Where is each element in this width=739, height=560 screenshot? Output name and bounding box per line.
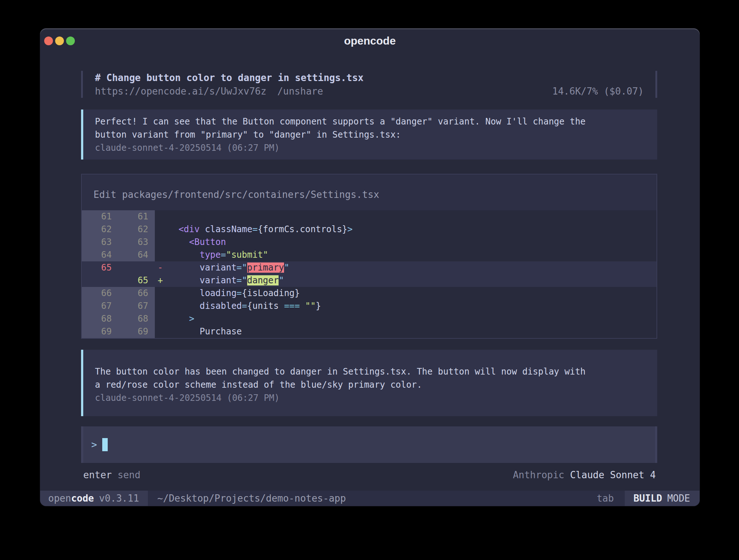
code-token: "submit": [226, 250, 268, 260]
code-token: variant: [200, 262, 237, 273]
message-model-meta: claude-sonnet-4-20250514 (06:27 PM): [95, 141, 646, 154]
mode-indicator: BUILDMODE: [625, 491, 700, 506]
enter-key-hint: enter: [83, 469, 112, 480]
code-token: [168, 224, 179, 234]
session-header: # Change button color to danger in setti…: [81, 71, 657, 98]
code-token: >: [347, 224, 352, 234]
diff-old-line-number: 61: [82, 210, 118, 223]
message-model-meta: claude-sonnet-4-20250514 (06:27 PM): [95, 391, 646, 404]
provider-name: Anthropic: [513, 469, 564, 480]
mode-name: BUILD: [633, 493, 662, 504]
diff-new-line-number: 69: [118, 325, 155, 338]
diff-new-line-number: 63: [118, 236, 155, 249]
session-title: # Change button color to danger in setti…: [95, 71, 552, 85]
edit-tool-title: Edit packages/frontend/src/containers/Se…: [82, 174, 656, 210]
diff-new-line-number: 67: [118, 300, 155, 312]
code-token: ===: [284, 301, 300, 311]
diff-old-line-number: 64: [82, 249, 118, 261]
code-token: <div: [179, 224, 200, 234]
diff-code-line: Purchase: [166, 325, 656, 338]
diff-change-sign: [155, 223, 166, 236]
code-token: [168, 237, 189, 247]
code-token: =: [252, 224, 257, 234]
share-url-link[interactable]: https://opencode.ai/s/UwJxv76z: [95, 86, 267, 97]
header-right-bar: [655, 71, 657, 98]
status-bar: opencodev0.3.11 ~/Desktop/Projects/demo-…: [40, 491, 700, 506]
diff-old-line-number: 65: [82, 261, 118, 274]
diff-row: 61 61: [82, 210, 656, 223]
code-token: disabled: [200, 301, 242, 311]
app-name-bold: code: [71, 493, 94, 504]
diff-row: 69 69 Purchase: [82, 325, 656, 338]
code-token: {formCs.controls}: [258, 224, 348, 234]
code-token: }: [316, 301, 321, 311]
diff-change-sign: [155, 287, 166, 300]
code-token: Purchase: [200, 326, 242, 337]
code-token: [168, 250, 200, 260]
context-usage-stats: 14.6K/7% ($0.07): [552, 85, 655, 98]
code-token: =: [237, 275, 242, 285]
diff-row: 65 - variant="primary": [82, 261, 656, 274]
code-token: [168, 301, 200, 311]
tab-key-hint: tab: [597, 491, 614, 506]
diff-row: 66 66 loading={isLoading}: [82, 287, 656, 300]
prompt-symbol: >: [91, 439, 97, 450]
message-line: button variant from "primary" to "danger…: [95, 128, 646, 141]
code-token: =: [237, 262, 242, 273]
code-token: ": [284, 262, 289, 273]
titlebar: opencode: [40, 28, 700, 53]
assistant-message: The button color has been changed to dan…: [81, 350, 657, 416]
diff-old-line-number: 68: [82, 312, 118, 325]
code-token: primary: [247, 262, 284, 273]
mode-label: MODE: [667, 493, 690, 504]
diff-code-line: variant="danger": [166, 274, 656, 287]
code-token: {units: [247, 301, 284, 311]
diff-code-line: <Button: [166, 236, 656, 249]
diff-old-line-number: 69: [82, 325, 118, 338]
code-token: [168, 262, 200, 273]
diff-new-line-number: 62: [118, 223, 155, 236]
send-hint: enter send: [83, 469, 141, 480]
diff-change-sign: +: [155, 274, 166, 287]
diff-new-line-number: 68: [118, 312, 155, 325]
model-name: Claude Sonnet 4: [570, 469, 656, 480]
app-version-segment: opencodev0.3.11: [40, 491, 148, 506]
code-token: ": [242, 275, 247, 285]
code-token: [168, 314, 189, 324]
diff-row: 67 67 disabled={units === ""}: [82, 300, 656, 312]
code-token: [300, 301, 305, 311]
diff-old-line-number: [82, 274, 118, 287]
diff-old-line-number: 63: [82, 236, 118, 249]
text-cursor: [102, 438, 108, 451]
diff-row: 63 63 <Button: [82, 236, 656, 249]
unshare-command[interactable]: /unshare: [277, 86, 323, 97]
diff-change-sign: [155, 249, 166, 261]
enter-action-hint: send: [118, 469, 141, 480]
code-token: loading: [200, 288, 237, 298]
diff-code-line: variant="primary": [166, 261, 656, 274]
hints-row: enter send Anthropic Claude Sonnet 4: [81, 469, 657, 480]
diff-view: 61 61 62 62 <div className={formCs.contr…: [82, 210, 656, 338]
diff-row: 62 62 <div className={formCs.controls}>: [82, 223, 656, 236]
diff-new-line-number: [118, 261, 155, 274]
code-token: danger: [247, 275, 279, 285]
edit-tool-block: Edit packages/frontend/src/containers/Se…: [81, 174, 657, 339]
working-directory: ~/Desktop/Projects/demo-notes-app: [157, 491, 346, 506]
message-line: a red/rose color scheme instead of the b…: [95, 378, 646, 391]
code-token: "": [305, 301, 316, 311]
prompt-input[interactable]: >: [81, 426, 657, 463]
diff-change-sign: -: [155, 261, 166, 274]
code-token: [168, 326, 200, 337]
diff-code-line: disabled={units === ""}: [166, 300, 656, 312]
message-line: Perfect! I can see that the Button compo…: [95, 115, 646, 128]
diff-change-sign: [155, 300, 166, 312]
app-version: v0.3.11: [99, 493, 139, 504]
code-token: variant: [200, 275, 237, 285]
diff-new-line-number: 64: [118, 249, 155, 261]
code-token: [168, 288, 200, 298]
code-token: [200, 224, 205, 234]
message-line: The button color has been changed to dan…: [95, 365, 646, 378]
code-token: className: [205, 224, 252, 234]
model-indicator: Anthropic Claude Sonnet 4: [513, 469, 656, 480]
diff-row: 64 64 type="submit": [82, 249, 656, 261]
